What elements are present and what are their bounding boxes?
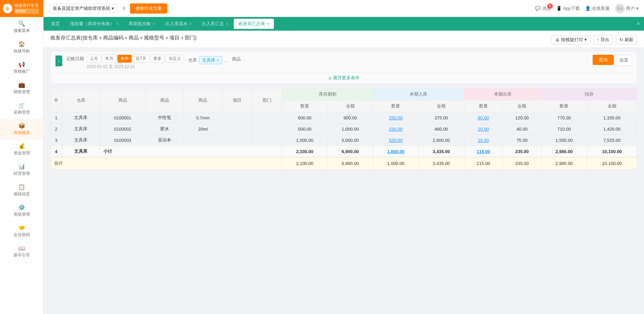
sidebar-item-system[interactable]: ⚙️ 系统管理	[0, 201, 43, 221]
subtotal-out-amt: 235.00	[503, 146, 542, 158]
system-title: 装备及固定资产辅助管理系统	[53, 5, 110, 12]
export-btn[interactable]: ↑ 导出	[593, 35, 613, 45]
sidebar-item-quicknav[interactable]: 🏠 快捷导航	[0, 37, 43, 58]
tab-inout-summary[interactable]: 出入库汇总×	[197, 19, 233, 29]
row-out-qty[interactable]: 20.00	[464, 123, 503, 135]
sidebar-nav: 🔍 搜索菜单 🏠 快捷导航 📢 营销推广 💼 销售管理 🛒 采购管理 📦 库存核…	[0, 17, 43, 314]
row-in-qty[interactable]: 520.00	[373, 135, 418, 146]
try-btn[interactable]: 体验行业方案	[130, 3, 167, 14]
main-area: 装备及固定资产辅助管理系统 ▾ ⚙ 体验行业方案 💬 消息 6 📱 App下载 …	[44, 0, 644, 314]
system-selector[interactable]: 装备及固定资产辅助管理系统 ▾	[49, 4, 118, 13]
warehouse-dots[interactable]: ...	[224, 58, 228, 63]
collab-icon: 🤝	[18, 225, 25, 231]
row-end-amt: 1,155.00	[587, 112, 637, 123]
col-name-header: 商品	[145, 88, 183, 112]
sidebar-item-finance[interactable]: 💰 资金管理	[0, 139, 43, 160]
tab-label: 首页	[51, 21, 60, 27]
goods-dots[interactable]: ...	[243, 57, 247, 62]
col-out-qty: 数量	[464, 100, 503, 112]
refresh-btn[interactable]: ↻ 刷新	[616, 35, 637, 45]
sidebar-item-collab[interactable]: 🤝 企业协同	[0, 221, 43, 242]
col-in-amt: 金额	[418, 100, 464, 112]
subtotal-init-amt: 6,900.00	[328, 146, 373, 158]
filter-toggle[interactable]: ›	[55, 55, 62, 66]
tab-close-btn[interactable]: ×	[116, 22, 118, 26]
row-in-amt: 375.00	[418, 112, 464, 123]
tab-batch-ledger[interactable]: 库存批次账×	[124, 19, 160, 29]
row-end-qty: 770.00	[541, 112, 587, 123]
tab-collect-summary[interactable]: 收发存汇总表×	[234, 19, 274, 29]
row-project	[222, 112, 252, 123]
subtotal-label: 小计	[100, 146, 282, 158]
row-in-amt: 460.00	[418, 123, 464, 135]
date-btn-近7天[interactable]: 近7天	[133, 55, 149, 63]
row-out-qty[interactable]: 15.00	[464, 135, 503, 146]
row-warehouse: 文具库	[62, 123, 100, 135]
row-init-qty: 600.00	[282, 112, 328, 123]
user-menu[interactable]: Ea 用户 ▾	[615, 4, 639, 13]
sidebar-item-operations[interactable]: 📊 经营管理	[0, 160, 43, 180]
settings-filter-btn[interactable]: 设置	[616, 55, 632, 66]
subtotal-out-qty[interactable]: 115.00	[464, 146, 503, 158]
tab-home[interactable]: 首页	[46, 19, 65, 29]
total-end-qty: 2,985.00	[541, 157, 587, 169]
total-label: 合计	[51, 157, 282, 169]
online-service-btn[interactable]: 👤 在线客服	[585, 5, 610, 12]
date-btn-本月[interactable]: 本月	[102, 55, 116, 63]
tab-close-btn[interactable]: ×	[267, 22, 269, 26]
sidebar-item-basic[interactable]: 📋 基础信息	[0, 180, 43, 201]
col-spec-header: 商品	[184, 88, 222, 112]
sidebar-item-marketing[interactable]: 📢 营销推广	[0, 58, 43, 78]
tabbar-close-btn[interactable]: ×	[635, 19, 641, 28]
gear-icon[interactable]: ⚙	[122, 6, 126, 11]
tab-close-btn[interactable]: ×	[189, 22, 192, 26]
query-btn[interactable]: 查询	[593, 55, 614, 65]
sidebar-item-guide[interactable]: 📖 新手引导	[0, 242, 43, 262]
col-out-group: 本期出库	[464, 88, 541, 100]
row-out-amt: 40.00	[503, 123, 542, 135]
col-init-amt: 金额	[328, 100, 373, 112]
row-code: 0100002	[100, 123, 146, 135]
subtotal-in-qty[interactable]: 1,000.00	[373, 146, 418, 158]
tab-label: 出入库流水	[165, 21, 187, 27]
subtotal-init-qty: 2,100.00	[282, 146, 328, 158]
warehouse-tag: 文具库 ×	[199, 56, 222, 64]
date-btn-更多[interactable]: 更多	[150, 55, 165, 63]
sidebar-item-label: 企业协同	[14, 232, 30, 238]
date-btn-上月[interactable]: 上月	[87, 55, 101, 63]
col-warehouse-header: 仓库	[62, 88, 100, 112]
sidebar-item-search[interactable]: 🔍 搜索菜单	[0, 17, 43, 37]
row-in-qty[interactable]: 230.00	[373, 123, 418, 135]
date-btn-本年[interactable]: 本年	[117, 55, 132, 63]
app-download-btn[interactable]: 📱 App下载	[556, 5, 580, 12]
row-spec	[184, 135, 222, 146]
date-btn-自定义[interactable]: 自定义	[166, 55, 184, 63]
sidebar-item-label: 快捷导航	[14, 48, 30, 54]
tab-inout-flow[interactable]: 出入库流水×	[161, 19, 196, 29]
row-init-amt: 1,000.00	[328, 123, 373, 135]
row-warehouse: 文具库	[62, 112, 100, 123]
expand-more-btn[interactable]: ∨ 展开更多条件	[55, 72, 632, 81]
sidebar-item-sales[interactable]: 💼 销售管理	[0, 78, 43, 99]
tab-close-btn[interactable]: ×	[153, 22, 155, 26]
message-btn[interactable]: 💬 消息 6	[535, 5, 551, 12]
row-in-qty[interactable]: 250.00	[373, 112, 418, 123]
tab-inventory-dist[interactable]: 现存量（库存分布表）×	[65, 19, 123, 29]
tab-close-btn[interactable]: ×	[226, 22, 228, 26]
row-out-qty[interactable]: 80.00	[464, 112, 503, 123]
col-out-amt: 金额	[503, 100, 542, 112]
table-row: 1 文具库 0100001 中性笔 0.7mm 600.00 900.00 25…	[51, 112, 637, 123]
chevron-down-icon: ▾	[636, 6, 639, 11]
col-settings-header[interactable]: ⚙	[51, 88, 62, 112]
row-end-qty: 710.00	[541, 123, 587, 135]
printer-icon: 🖨	[555, 37, 560, 42]
sidebar-item-purchase[interactable]: 🛒 采购管理	[0, 99, 43, 119]
table-row: 2 文具库 0100002 胶水 20ml 500.00 1,000.00 23…	[51, 123, 637, 135]
warehouse-tag-close[interactable]: ×	[217, 58, 219, 63]
sidebar-item-label: 资金管理	[14, 150, 30, 156]
table-wrap: ⚙ 仓库 商品 商品 商品 项目 部门 库存期初 本期入库 本期出库 结存 数量	[44, 88, 644, 314]
sidebar-item-inventory[interactable]: 📦 库存核算	[0, 119, 43, 139]
print-btn[interactable]: 🖨 按模版打印 ▾	[551, 35, 591, 45]
avatar: Ea	[615, 4, 625, 13]
sidebar-item-label: 系统管理	[14, 212, 30, 217]
